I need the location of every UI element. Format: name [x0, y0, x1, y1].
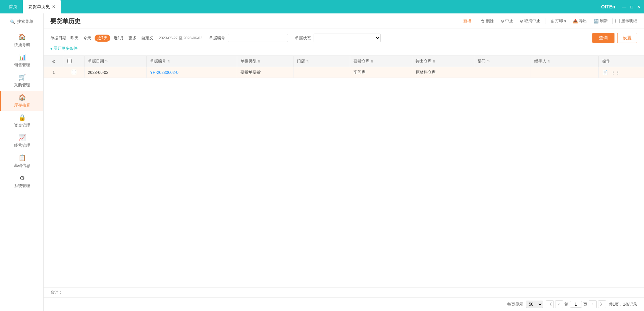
date-last7days[interactable]: 近7天: [95, 35, 110, 42]
query-button[interactable]: 查询: [592, 33, 614, 43]
refresh-label: 刷新: [600, 18, 608, 24]
row-date: 2023-06-02: [88, 70, 108, 75]
main-layout: 🔍 搜索菜单 🏠 快捷导航 📊 销售管理 🛒 采购管理 🏠 库存核算 🔒 资金管…: [0, 13, 644, 311]
date-custom[interactable]: 自定义: [140, 35, 155, 42]
sort-dept-icon[interactable]: ⇅: [487, 59, 490, 63]
add-button[interactable]: + 新增: [458, 17, 473, 25]
doc-number-input[interactable]: [228, 34, 288, 42]
refresh-button[interactable]: 🔄 刷新: [592, 17, 610, 25]
delete-button[interactable]: 🗑 删除: [479, 17, 496, 25]
sidebar-item-sales[interactable]: 📊 销售管理: [0, 50, 43, 71]
row-checkbox[interactable]: [72, 70, 76, 74]
select-all-checkbox[interactable]: [67, 59, 72, 63]
col-store: 门店 ⇅: [293, 56, 350, 67]
col-type-label: 单据类型: [240, 59, 257, 63]
date-last1month[interactable]: 近1月: [112, 35, 125, 42]
print-label: 打印: [555, 18, 563, 24]
sidebar-item-operations-label: 经营管理: [14, 143, 30, 148]
col-action: 操作: [599, 56, 644, 67]
delete-icon: 🗑: [481, 19, 485, 24]
sidebar-item-quick-nav[interactable]: 🏠 快捷导航: [0, 30, 43, 50]
row-number-link[interactable]: YH-20230602-0: [150, 70, 178, 75]
table-wrapper[interactable]: ⚙ 单据日期 ⇅ 单据编号 ⇅: [44, 56, 644, 287]
tab-home-label: 首页: [9, 4, 17, 10]
date-shortcuts: 昨天 今天 近7天 近1月 更多 自定义: [69, 35, 155, 42]
row-type: 要货单要货: [240, 70, 261, 75]
sidebar-item-quick-nav-label: 快捷导航: [14, 42, 30, 48]
print-button[interactable]: 🖨 打印 ▾: [548, 17, 568, 25]
page-last-btn[interactable]: 》: [598, 300, 606, 308]
date-more[interactable]: 更多: [127, 35, 138, 42]
sort-date-icon[interactable]: ⇅: [105, 59, 108, 63]
sort-handler-icon[interactable]: ⇅: [547, 59, 550, 63]
stop-button[interactable]: ⊘ 中止: [499, 17, 515, 25]
page-first-btn[interactable]: 《: [546, 300, 554, 308]
row-edit-icon[interactable]: 📄: [602, 70, 608, 75]
col-date: 单据日期 ⇅: [84, 56, 146, 67]
sort-number-icon[interactable]: ⇅: [167, 59, 170, 63]
add-label: 新增: [463, 18, 471, 24]
expand-label: 展开更多条件: [53, 46, 77, 51]
page-next-btn[interactable]: ›: [589, 300, 597, 308]
row-store-cell: [293, 67, 350, 78]
col-number: 单据编号 ⇅: [147, 56, 237, 67]
sidebar-item-system-label: 系统管理: [14, 183, 30, 189]
page-prev-btn[interactable]: ‹: [555, 300, 563, 308]
export-button[interactable]: 📤 导出: [571, 17, 589, 25]
doc-status-select[interactable]: [314, 34, 381, 42]
page-title: 要货单历史: [50, 17, 80, 25]
sort-store-icon[interactable]: ⇅: [306, 59, 309, 63]
doc-number-filter-group: 单据编号: [209, 34, 288, 42]
row-more-icon[interactable]: ⋮⋮: [611, 70, 620, 75]
row-pending-wh-cell: 原材料仓库: [412, 67, 474, 78]
divider-3: [612, 18, 613, 24]
sort-pending-wh-icon[interactable]: ⇅: [433, 59, 435, 63]
page-input[interactable]: [570, 301, 582, 308]
col-handler: 经手人 ⇅: [531, 56, 598, 67]
sidebar-item-system[interactable]: ⚙ 系统管理: [0, 171, 43, 191]
row-num-cell: 1: [44, 67, 64, 78]
sidebar-item-finance[interactable]: 🔒 资金管理: [0, 111, 43, 131]
window-close-btn[interactable]: ✕: [637, 4, 641, 9]
row-type-cell: 要货单要货: [237, 67, 293, 78]
sidebar-item-finance-label: 资金管理: [14, 123, 30, 128]
tab-requisition-history[interactable]: 要货单历史 ✕: [23, 0, 61, 13]
refresh-icon: 🔄: [594, 19, 599, 24]
expand-more-btn[interactable]: ▾ 展开更多条件: [50, 46, 77, 51]
table-settings-icon[interactable]: ⚙: [47, 59, 60, 64]
tab-home[interactable]: 首页: [3, 0, 23, 13]
sidebar-item-purchase[interactable]: 🛒 采购管理: [0, 71, 43, 91]
gear-icon: ⚙: [19, 174, 25, 182]
sidebar-item-operations[interactable]: 📈 经营管理: [0, 131, 43, 151]
sidebar-item-inventory-label: 库存核算: [14, 102, 30, 108]
window-maximize-btn[interactable]: □: [630, 4, 633, 9]
sidebar-item-sales-label: 销售管理: [14, 62, 30, 68]
total-info: 共1页，1条记录: [609, 302, 637, 307]
page-label-prefix: 第: [565, 302, 569, 307]
sort-req-wh-icon[interactable]: ⇅: [371, 59, 373, 63]
tab-close-icon[interactable]: ✕: [52, 4, 55, 9]
date-today[interactable]: 今天: [82, 35, 93, 42]
cancel-stop-button[interactable]: ⊘ 取消中止: [518, 17, 542, 25]
date-yesterday[interactable]: 昨天: [69, 35, 80, 42]
table-row: 1 2023-06-02 YH-20230602-0: [44, 67, 644, 78]
doc-number-label: 单据编号: [209, 35, 225, 41]
operations-icon: 📈: [18, 134, 26, 141]
window-minimize-btn[interactable]: —: [622, 4, 626, 9]
col-date-label: 单据日期: [88, 59, 104, 63]
add-icon: +: [460, 19, 462, 24]
row-action-cell: 📄 ⋮⋮: [599, 67, 644, 78]
sidebar-search[interactable]: 🔍 搜索菜单: [0, 13, 43, 30]
page-size-select[interactable]: 50 10 20 100: [526, 301, 543, 308]
stop-label: 中止: [505, 18, 513, 24]
sort-type-icon[interactable]: ⇅: [258, 59, 260, 63]
divider-1: [476, 18, 476, 24]
sidebar-item-inventory[interactable]: 🏠 库存核算: [0, 91, 43, 111]
print-dropdown-icon: ▾: [564, 19, 566, 24]
row-check-cell: [64, 67, 85, 78]
setting-button[interactable]: 设置: [617, 33, 637, 43]
top-bar: 首页 要货单历史 ✕ OfTEn — □ ✕: [0, 0, 644, 13]
display-detail-checkbox[interactable]: [615, 19, 620, 23]
doc-status-label: 单据状态: [295, 35, 311, 41]
sidebar-item-basic-info[interactable]: 📋 基础信息: [0, 151, 43, 171]
